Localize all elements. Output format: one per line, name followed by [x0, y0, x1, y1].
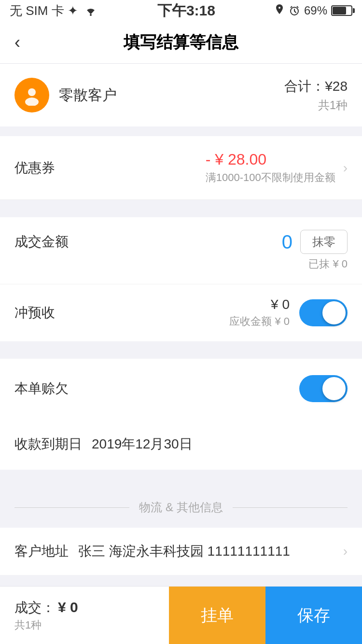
prepay-row-top: 冲预收 ¥ 0 应收金额 ¥ 0: [14, 297, 348, 329]
divider-2: [0, 351, 362, 359]
coupon-right: - ¥ 28.00 满1000-100不限制使用金额 ›: [206, 151, 348, 185]
credit-toggle-knob: [322, 377, 346, 400]
customer-left: 零散客户: [14, 78, 117, 112]
battery-percent: 69%: [304, 4, 327, 17]
status-right: 69%: [274, 4, 352, 17]
coupon-info: - ¥ 28.00 满1000-100不限制使用金额: [206, 151, 335, 185]
address-label: 客户地址: [14, 542, 69, 560]
divider-3: [0, 479, 362, 487]
location-icon: [274, 4, 285, 17]
round-button[interactable]: 抹零: [300, 230, 348, 254]
chevron-right-icon: ›: [343, 160, 348, 176]
divider-1: [0, 210, 362, 217]
bottom-deal-amount: ¥ 0: [58, 599, 78, 616]
credit-row: 本单赊欠: [0, 359, 362, 419]
credit-section: 本单赊欠 收款到期日 2019年12月30日: [0, 359, 362, 470]
due-date-value: 2019年12月30日: [92, 435, 193, 453]
summary-total: 合计：¥28: [284, 77, 348, 96]
bottom-count: 共1种: [14, 618, 154, 632]
nav-bar: ‹ 填写结算等信息: [0, 21, 362, 64]
address-section: 客户地址 张三 海淀永丰科技园 11111111111 ›: [0, 528, 362, 575]
coupon-section: 优惠券 - ¥ 28.00 满1000-100不限制使用金额 ›: [0, 136, 362, 200]
content: 零散客户 合计：¥28 共1种 优惠券 - ¥ 28.00 满1000-100不…: [0, 64, 362, 644]
address-row[interactable]: 客户地址 张三 海淀永丰科技园 11111111111 ›: [0, 528, 362, 575]
logistics-divider: 物流 & 其他信息: [0, 487, 362, 528]
amount-right: 0 抹零: [282, 230, 348, 254]
customer-row: 零散客户 合计：¥28 共1种: [0, 64, 362, 126]
amount-row: 成交金额 0 抹零 已抹 ¥ 0: [0, 217, 362, 284]
coupon-amount: - ¥ 28.00: [206, 151, 335, 168]
battery-icon: [331, 5, 352, 16]
amount-sub: 已抹 ¥ 0: [14, 257, 348, 271]
bottom-summary: 成交： ¥ 0 共1种: [0, 587, 169, 644]
bottom-deal-row: 成交： ¥ 0: [14, 599, 154, 617]
hold-label: 挂单: [201, 604, 234, 627]
prepay-main-amount: ¥ 0: [229, 297, 290, 312]
prepay-sub-amount: 应收金额 ¥ 0: [229, 314, 290, 329]
prepay-right: ¥ 0 应收金额 ¥ 0: [229, 297, 348, 329]
svg-point-0: [90, 14, 92, 16]
bottom-bar: 成交： ¥ 0 共1种 挂单 保存: [0, 586, 362, 644]
prepay-toggle[interactable]: [299, 299, 348, 326]
page-title: 填写结算等信息: [124, 31, 238, 54]
status-bar: 无 SIM 卡 ✦ 下午3:18 69%: [0, 0, 362, 21]
date-row: 收款到期日 2019年12月30日: [0, 419, 362, 470]
divider-line-left: [14, 507, 129, 508]
status-left: 无 SIM 卡 ✦: [10, 2, 98, 19]
back-button[interactable]: ‹: [14, 32, 20, 53]
customer-summary: 合计：¥28 共1种: [284, 77, 348, 113]
address-chevron-icon: ›: [343, 544, 348, 559]
amount-value: 0: [282, 231, 292, 253]
toggle-knob: [322, 301, 346, 324]
amount-row-top: 成交金额 0 抹零: [14, 230, 348, 254]
alarm-icon: [289, 5, 300, 16]
due-date-label: 收款到期日: [14, 435, 82, 453]
svg-point-2: [28, 88, 36, 96]
prepay-row: 冲预收 ¥ 0 应收金额 ¥ 0: [0, 284, 362, 341]
person-icon: [21, 84, 42, 106]
hold-button[interactable]: 挂单: [169, 587, 265, 644]
amount-label: 成交金额: [14, 233, 69, 251]
bottom-deal-label: 成交：: [14, 599, 55, 617]
credit-toggle[interactable]: [299, 375, 348, 402]
prepay-amounts: ¥ 0 应收金额 ¥ 0: [229, 297, 290, 329]
transaction-section: 成交金额 0 抹零 已抹 ¥ 0 冲预收 ¥ 0 应收金额 ¥ 0: [0, 217, 362, 341]
credit-label: 本单赊欠: [14, 379, 69, 398]
address-value: 张三 海淀永丰科技园 11111111111: [78, 542, 343, 560]
customer-name: 零散客户: [59, 85, 117, 105]
divider-line-right: [233, 507, 348, 508]
no-sim-label: 无 SIM 卡 ✦: [10, 2, 78, 19]
coupon-desc: 满1000-100不限制使用金额: [206, 170, 335, 185]
prepay-label: 冲预收: [14, 304, 55, 322]
summary-count: 共1种: [284, 98, 348, 113]
customer-section: 零散客户 合计：¥28 共1种: [0, 64, 362, 126]
customer-avatar: [14, 78, 49, 112]
wifi-icon: [83, 5, 98, 16]
svg-point-3: [25, 98, 39, 106]
section-divider-text: 物流 & 其他信息: [139, 500, 223, 515]
coupon-row[interactable]: 优惠券 - ¥ 28.00 满1000-100不限制使用金额 ›: [0, 136, 362, 200]
save-button[interactable]: 保存: [265, 587, 362, 644]
save-label: 保存: [297, 604, 330, 627]
coupon-label: 优惠券: [14, 159, 55, 177]
status-time: 下午3:18: [157, 1, 215, 21]
